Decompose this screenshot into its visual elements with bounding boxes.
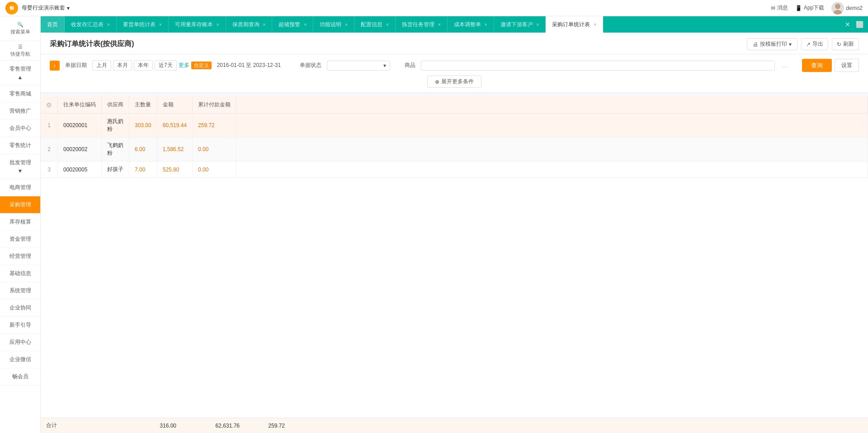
goods-input[interactable] xyxy=(421,61,775,71)
ecommerce-label: 电商管理 xyxy=(9,184,31,191)
tab-invite-downstream[interactable]: 邀请下游客户 × xyxy=(494,16,546,33)
row3-qty[interactable]: 7.00 xyxy=(129,162,157,178)
sidebar-item-app-center[interactable]: 应用中心 xyxy=(0,334,40,351)
row2-paid[interactable]: 0.00 xyxy=(193,138,236,162)
sidebar-item-operations[interactable]: 经营管理 xyxy=(0,248,40,265)
goods-more-icon[interactable]: … xyxy=(780,62,789,69)
sidebar-item-basic-info[interactable]: 基础信息 xyxy=(0,265,40,282)
tab-features-close[interactable]: × xyxy=(345,22,348,27)
row3-paid[interactable]: 0.00 xyxy=(193,162,236,178)
sidebar-item-finance[interactable]: 资金管理 xyxy=(0,231,40,248)
sidebar-item-marketing[interactable]: 营销推广 xyxy=(0,103,40,120)
app-download-label: App下载 xyxy=(804,4,824,12)
status-filter-label: 单据状态 xyxy=(300,62,321,69)
chevron-up-icon: ▲ xyxy=(18,74,23,81)
tab-overstock[interactable]: 超储预警 × xyxy=(272,16,313,33)
tab-close-all-button[interactable]: ✕ xyxy=(844,20,851,29)
tab-overstock-close[interactable]: × xyxy=(304,22,307,27)
sidebar-item-inventory[interactable]: 库存核算 xyxy=(0,214,40,231)
row1-amount-link[interactable]: 60,519.44 xyxy=(163,122,187,128)
sidebar-item-system-mgmt[interactable]: 系统管理 xyxy=(0,282,40,300)
search-menu-button[interactable]: 🔍 搜索菜单 xyxy=(3,20,38,37)
table-row: 3 00020005 好孩子 7.00 525.80 0.00 xyxy=(41,162,868,178)
status-select[interactable]: ▾ xyxy=(327,61,390,71)
sidebar-item-enterprise-wechat[interactable]: 企业微信 xyxy=(0,351,40,368)
expand-filter-button[interactable]: ⊕ 展开更多条件 xyxy=(427,76,481,88)
row3-paid-link[interactable]: 0.00 xyxy=(198,167,208,173)
col-amount: 金额 xyxy=(157,96,192,114)
footer-values: 316.00 62,631.76 259.72 xyxy=(100,423,863,429)
custom-date-badge[interactable]: 自定义 xyxy=(191,62,212,69)
filter-toggle-button[interactable]: › xyxy=(50,61,60,71)
workspace-selector[interactable]: 母婴行业演示账套 ▾ xyxy=(22,4,70,12)
table-header: ⚙ 往来单位编码 供应商 主数量 金额 累计付款金额 xyxy=(41,96,868,114)
sidebar-item-purchase-mgmt[interactable]: 采购管理 xyxy=(0,196,40,214)
col-settings[interactable]: ⚙ xyxy=(41,96,58,114)
settings-button[interactable]: 设置 xyxy=(835,59,859,72)
date-filter-label: 单据日期 xyxy=(65,62,87,69)
row1-qty[interactable]: 303.00 xyxy=(129,114,157,138)
tab-pick-task[interactable]: 拣货任务管理 × xyxy=(396,16,448,33)
date-btn-7days[interactable]: 近7天 xyxy=(155,60,177,71)
tab-shelf-life[interactable]: 保质期查询 × xyxy=(226,16,273,33)
date-btn-last-month[interactable]: 上月 xyxy=(92,60,111,71)
row3-amount-link[interactable]: 525.80 xyxy=(163,167,179,173)
tab-config[interactable]: 配置信息 × xyxy=(354,16,396,33)
row3-qty-link[interactable]: 7.00 xyxy=(135,167,145,173)
sidebar-item-enterprise-collab[interactable]: 企业协同 xyxy=(0,300,40,317)
tab-features[interactable]: 功能说明 × xyxy=(313,16,354,33)
tab-order-stats[interactable]: 要货单统计表 × xyxy=(117,16,169,33)
tab-stock-book[interactable]: 可用量库存账本 × xyxy=(169,16,226,33)
row2-amount-link[interactable]: 1,586.52 xyxy=(163,146,184,152)
tab-purchase-stats-close[interactable]: × xyxy=(594,22,596,27)
template-print-button[interactable]: 🖨 按模板打印 ▾ xyxy=(747,38,797,50)
data-table: ⚙ 往来单位编码 供应商 主数量 金额 累计付款金额 1 00020001 xyxy=(41,96,868,178)
sidebar-item-retail-stats[interactable]: 零售统计 xyxy=(0,137,40,154)
message-button[interactable]: ✉ 消息 xyxy=(771,4,788,12)
tab-purchase-stats[interactable]: 采购订单统计表 × xyxy=(546,16,603,33)
goods-input-field[interactable] xyxy=(425,62,771,69)
export-button[interactable]: ↗ 导出 xyxy=(801,38,828,50)
row3-code: 00020005 xyxy=(58,162,102,178)
date-btn-this-month[interactable]: 本月 xyxy=(113,60,132,71)
sidebar-item-member-vip[interactable]: 畅会员 xyxy=(0,368,40,385)
row1-amount[interactable]: 60,519.44 xyxy=(157,114,192,138)
row1-paid[interactable]: 259.72 xyxy=(193,114,236,138)
tab-config-close[interactable]: × xyxy=(386,22,389,27)
query-button[interactable]: 查询 xyxy=(802,59,832,72)
tab-pick-task-close[interactable]: × xyxy=(438,22,441,27)
tab-receive-summary-close[interactable]: × xyxy=(107,22,110,27)
refresh-button[interactable]: ↻ 刷新 xyxy=(832,38,859,50)
app-download-button[interactable]: 📱 App下载 xyxy=(795,4,824,12)
quick-nav-button[interactable]: ☰ 快捷导航 xyxy=(0,41,40,61)
sidebar-item-retail-store[interactable]: 零售商城 xyxy=(0,86,40,103)
operations-label: 经营管理 xyxy=(9,252,31,260)
date-btn-this-year[interactable]: 本年 xyxy=(134,60,153,71)
tab-invite-downstream-close[interactable]: × xyxy=(537,22,539,27)
tab-shelf-life-close[interactable]: × xyxy=(263,22,266,27)
col-unit-code: 往来单位编码 xyxy=(58,96,102,114)
row3-amount[interactable]: 525.80 xyxy=(157,162,192,178)
date-more-label[interactable]: 更多 xyxy=(179,62,189,69)
tab-shelf-life-label: 保质期查询 xyxy=(232,21,259,29)
search-icon: 🔍 xyxy=(17,22,24,28)
tab-cost-adjust[interactable]: 成本调整单 × xyxy=(448,16,494,33)
row2-amount[interactable]: 1,586.52 xyxy=(157,138,192,162)
row1-qty-link[interactable]: 303.00 xyxy=(135,122,151,128)
sidebar-item-new-guide[interactable]: 新手引导 xyxy=(0,317,40,334)
tab-receive-summary[interactable]: 收发存汇总表 × xyxy=(65,16,117,33)
row1-paid-link[interactable]: 259.72 xyxy=(198,122,215,128)
tab-stock-book-close[interactable]: × xyxy=(217,22,219,27)
user-profile[interactable]: demo2 xyxy=(831,2,863,14)
tab-home[interactable]: 首页 xyxy=(41,16,65,33)
sidebar-item-ecommerce[interactable]: 电商管理 xyxy=(0,179,40,196)
row2-qty[interactable]: 6.00 xyxy=(129,138,157,162)
row2-paid-link[interactable]: 0.00 xyxy=(198,146,208,152)
row2-qty-link[interactable]: 6.00 xyxy=(135,146,145,152)
tab-order-stats-close[interactable]: × xyxy=(159,22,162,27)
sidebar-item-wholesale-mgmt[interactable]: 批发管理 ▼ xyxy=(0,154,40,179)
sidebar-item-retail-mgmt[interactable]: 零售管理 ▲ xyxy=(0,61,40,86)
tab-cost-adjust-close[interactable]: × xyxy=(485,22,487,27)
sidebar-item-member-center[interactable]: 会员中心 xyxy=(0,120,40,137)
tab-maximize-button[interactable]: ⬜ xyxy=(855,20,864,29)
